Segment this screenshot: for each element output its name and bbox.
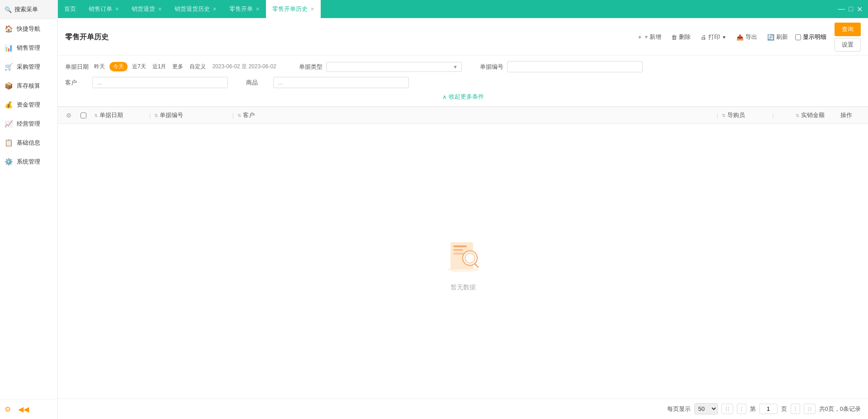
th-guide[interactable]: ⇅ 导购员: [718, 111, 773, 119]
sales-icon: 📊: [5, 44, 13, 52]
th-num[interactable]: ⇅ 单据编号: [151, 111, 232, 119]
th-client-label: 客户: [243, 111, 255, 119]
doc-num-input[interactable]: [507, 61, 643, 72]
date-btn-7days[interactable]: 近7天: [130, 62, 148, 71]
display-detail-checkbox[interactable]: [795, 34, 801, 40]
sort-icon: ⇅: [154, 113, 158, 118]
window-maximize-icon[interactable]: □: [849, 5, 853, 13]
sidebar-item-label: 基础信息: [17, 139, 40, 147]
page-first-button[interactable]: ⟨⟨: [721, 404, 733, 414]
close-icon[interactable]: ✕: [213, 6, 217, 12]
operations-icon: 📈: [5, 120, 13, 128]
close-icon[interactable]: ✕: [256, 6, 260, 12]
top-nav: 首页 销售订单 ✕ 销货退货 ✕ 销货退货历史 ✕ 零售开单 ✕ 零售开单历史 …: [58, 0, 868, 18]
settings-bottom-icon[interactable]: ⚙: [5, 405, 11, 414]
total-info: 共0页，0条记录: [819, 405, 861, 413]
finance-icon: 💰: [5, 101, 13, 109]
goods-input[interactable]: ...: [273, 77, 409, 88]
sidebar-item-label: 资金管理: [17, 101, 40, 109]
add-label: + 新增: [645, 33, 661, 41]
tab-sales-return-history[interactable]: 销货退货历史 ✕: [168, 0, 223, 18]
query-button[interactable]: 查询: [835, 23, 861, 36]
page-header: 零售开单历史 ＋ + 新增 🗑 删除 🖨 打印 ▼ 📤 导出: [58, 18, 868, 56]
sort-icon: ⇅: [94, 113, 98, 118]
sidebar-search-label: 搜索采单: [14, 5, 38, 14]
close-icon[interactable]: ✕: [158, 6, 162, 12]
basic-info-icon: 📋: [5, 139, 13, 147]
date-btn-yesterday[interactable]: 昨天: [92, 62, 107, 71]
page-title: 零售开单历史: [65, 33, 109, 42]
column-settings-icon[interactable]: ⚙: [62, 112, 76, 119]
select-all-checkbox[interactable]: [81, 113, 86, 118]
sort-icon: ⇅: [722, 113, 726, 118]
customer-label: 客户: [65, 79, 92, 87]
sidebar-item-finance[interactable]: 💰 资金管理: [0, 95, 57, 114]
purchase-icon: 🛒: [5, 63, 13, 71]
collapse-button[interactable]: ∧ 收起更多条件: [442, 93, 484, 101]
sidebar-item-sys-mgmt[interactable]: ⚙️ 系统管理: [0, 152, 57, 171]
date-btn-more[interactable]: 更多: [171, 62, 185, 71]
close-icon[interactable]: ✕: [310, 6, 314, 12]
print-button[interactable]: 🖨 打印 ▼: [698, 31, 729, 43]
pagination: 每页显示 50 20 100 ⟨⟨ ⟨ 第 页 ⟩ ⟩⟩ 共0页，0条记录: [58, 398, 868, 419]
customer-input[interactable]: ...: [92, 77, 228, 88]
date-btn-custom[interactable]: 自定义: [188, 62, 208, 71]
display-detail-label: 显示明细: [803, 33, 826, 41]
filter-row-1: 单据日期 昨天 今天 近7天 近1月 更多 自定义 2023-06-02 至 2…: [65, 61, 861, 72]
add-icon: ＋: [637, 33, 643, 41]
home-icon: 🏠: [5, 25, 13, 33]
th-date[interactable]: ⇅ 单据日期: [90, 111, 149, 119]
empty-text: 暂无数据: [451, 283, 476, 292]
doc-type-select[interactable]: ▼: [326, 62, 462, 72]
window-minimize-icon[interactable]: —: [838, 5, 845, 13]
tab-retail-open[interactable]: 零售开单 ✕: [223, 0, 266, 18]
select-all-checkbox-container: [76, 113, 90, 118]
date-btn-1month[interactable]: 近1月: [151, 62, 168, 71]
th-op: 操作: [828, 111, 864, 119]
collapse-sidebar-icon[interactable]: ◀◀: [18, 405, 29, 414]
doc-type-label: 单据类型: [299, 63, 326, 71]
sidebar-item-inventory[interactable]: 📦 库存核算: [0, 76, 57, 95]
doc-type-arrow-icon: ▼: [453, 64, 458, 70]
export-icon: 📤: [736, 34, 744, 41]
page-last-button[interactable]: ⟩⟩: [804, 404, 816, 414]
refresh-button[interactable]: 🔄 刷新: [764, 31, 791, 43]
close-icon[interactable]: ✕: [115, 6, 119, 12]
sort-icon: ⇅: [237, 113, 241, 118]
table-area: ⚙ ⇅ 单据日期 | ⇅ 单据编号 | ⇅ 客户 |: [58, 107, 868, 419]
delete-button[interactable]: 🗑 删除: [669, 31, 693, 43]
date-btn-today[interactable]: 今天: [109, 62, 128, 71]
tab-home[interactable]: 首页: [58, 0, 82, 18]
page-size-select[interactable]: 50 20 100: [694, 403, 718, 414]
doc-num-label: 单据编号: [480, 63, 507, 71]
page-suffix: 页: [781, 405, 787, 413]
add-button[interactable]: ＋ + 新增: [634, 31, 664, 43]
display-detail-container: 显示明细: [795, 33, 826, 41]
sidebar-item-operations[interactable]: 📈 经营管理: [0, 114, 57, 133]
page-next-button[interactable]: ⟩: [791, 404, 800, 414]
page-prev-button[interactable]: ⟨: [737, 404, 746, 414]
sidebar-item-purchase-mgmt[interactable]: 🛒 采购管理: [0, 57, 57, 76]
refresh-label: 刷新: [776, 33, 788, 41]
th-date-label: 单据日期: [100, 111, 123, 119]
th-num-label: 单据编号: [160, 111, 183, 119]
sidebar-search[interactable]: 🔍 搜索采单: [0, 0, 57, 19]
sidebar-item-quick-nav[interactable]: 🏠 快捷导航: [0, 19, 57, 38]
sidebar-item-basic-info[interactable]: 📋 基础信息: [0, 133, 57, 152]
sidebar-item-sales-mgmt[interactable]: 📊 销售管理: [0, 38, 57, 57]
tab-sales-order[interactable]: 销售订单 ✕: [82, 0, 125, 18]
settings-button[interactable]: 设置: [835, 38, 861, 52]
print-arrow-icon: ▼: [722, 35, 726, 40]
th-client[interactable]: ⇅ 客户: [234, 111, 716, 119]
tab-home-label: 首页: [64, 5, 76, 13]
export-button[interactable]: 📤 导出: [734, 31, 760, 43]
page-number-input[interactable]: [759, 404, 778, 414]
th-amount[interactable]: ⇅ 实销金额: [774, 111, 828, 119]
main-area: 首页 销售订单 ✕ 销货退货 ✕ 销货退货历史 ✕ 零售开单 ✕ 零售开单历史 …: [58, 0, 868, 419]
svg-rect-2: [453, 245, 467, 247]
sys-icon: ⚙️: [5, 158, 13, 166]
tab-sales-return[interactable]: 销货退货 ✕: [125, 0, 168, 18]
window-close-icon[interactable]: ✕: [857, 5, 863, 14]
tab-retail-open-history[interactable]: 零售开单历史 ✕: [266, 0, 321, 18]
collapse-row: ∧ 收起更多条件: [65, 93, 861, 101]
